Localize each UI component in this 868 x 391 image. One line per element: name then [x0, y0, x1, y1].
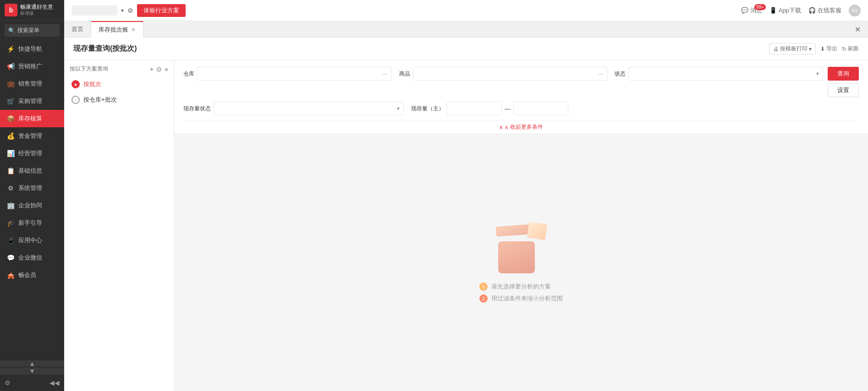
brand-logo: b: [5, 4, 17, 16]
empty-hints: 1 请先选择要分析的方案 2 用过滤条件来缩小分析范围: [479, 282, 563, 303]
empty-state: 1 请先选择要分析的方案 2 用过滤条件来缩小分析范围: [174, 134, 868, 391]
product-input[interactable]: [417, 71, 596, 77]
status-select[interactable]: ▾: [628, 67, 823, 81]
topbar-search-input[interactable]: [71, 5, 117, 16]
settings-button[interactable]: 设置: [828, 83, 859, 97]
product-label: 商品: [399, 70, 410, 78]
template-print-button[interactable]: 🖨 按模板打印 ▾: [769, 43, 816, 54]
sidebar-item-appcenter[interactable]: 📱 应用中心: [0, 232, 64, 249]
main-content: ▾ ⚙ 体验行业方案 💬 消息 99+ 📱 App下载 🎧 在线客服 Rit: [64, 0, 868, 391]
sidebar-item-inventory-label: 库存核算: [18, 114, 42, 123]
scheme-item-by-batch[interactable]: ● 按批次: [64, 76, 174, 92]
warehouse-input-container[interactable]: ···: [197, 67, 392, 81]
topbar: ▾ ⚙ 体验行业方案 💬 消息 99+ 📱 App下载 🎧 在线客服 Rit: [64, 0, 868, 21]
scheme-inactive-icon: ○: [71, 96, 80, 104]
status-input[interactable]: [632, 71, 816, 77]
scheme-collapse-button[interactable]: «: [165, 65, 168, 73]
inventory-icon: 📦: [6, 115, 15, 122]
collapse-label: 收起更多条件: [510, 123, 543, 131]
message-button[interactable]: 💬 消息 99+: [741, 6, 762, 15]
sidebar-item-wechat-label: 企业微信: [18, 254, 42, 262]
tab-inventory-batch-label: 库存批次账: [99, 26, 128, 34]
basic-icon: 📋: [6, 167, 15, 174]
sales-icon: 💼: [6, 80, 15, 87]
search-menu-button[interactable]: 🔍 搜索菜单: [5, 24, 60, 37]
sidebar-item-marketing-label: 营销推广: [18, 62, 42, 71]
customer-service-button[interactable]: 🎧 在线客服: [808, 6, 841, 15]
sidebar-item-basic[interactable]: 📋 基础信息: [0, 162, 64, 179]
scheme-item-by-warehouse-batch[interactable]: ○ 按仓库+批次: [64, 92, 174, 108]
settings-icon-button[interactable]: ⚙: [5, 379, 11, 386]
sidebar-item-purchase[interactable]: 🛒 采购管理: [0, 92, 64, 110]
scheme-add-button[interactable]: +: [150, 65, 154, 73]
product-filter: 商品 ···: [399, 67, 608, 81]
sidebar-item-newguide[interactable]: 🎓 新手引导: [0, 214, 64, 232]
inventory-qty-max-input[interactable]: [513, 102, 568, 115]
inventory-qty-filter: 现存量（主） —: [411, 102, 632, 115]
page-actions: 🖨 按模板打印 ▾ ⬇ 导出 ↻ 刷新: [769, 43, 859, 54]
sidebar-item-member[interactable]: 🎪 畅会员: [0, 266, 64, 284]
tab-close-global-button[interactable]: ✕: [855, 25, 861, 33]
sidebar-item-purchase-label: 采购管理: [18, 97, 42, 105]
inventory-status-select[interactable]: ▾: [214, 102, 404, 115]
hint-1-num: 1: [479, 282, 488, 291]
operations-icon: 📊: [6, 150, 15, 157]
sidebar-item-inventory[interactable]: 📦 库存核算: [0, 110, 64, 127]
brand-text: 畅康通好生意 标准版: [20, 4, 53, 16]
tab-list: 首页 库存批次账 ✕ ✕: [64, 21, 868, 38]
sidebar-item-enterprise[interactable]: 🏢 企业协同: [0, 197, 64, 214]
export-button[interactable]: ⬇ 导出: [820, 45, 837, 53]
product-more-icon[interactable]: ···: [598, 70, 604, 77]
sidebar-nav: ⚡ 快捷导航 📢 营销推广 💼 销售管理 🛒 采购管理 📦 库存核算 💰 资金管…: [0, 40, 64, 360]
topbar-dropdown-button[interactable]: ▾: [121, 7, 124, 14]
sidebar-item-quicknav[interactable]: ⚡ 快捷导航: [0, 40, 64, 58]
hint-1-text: 请先选择要分析的方案: [491, 282, 551, 291]
empty-illustration: [494, 223, 549, 273]
sidebar-item-system[interactable]: ⚙ 系统管理: [0, 179, 64, 197]
tab-close-button[interactable]: ✕: [131, 27, 136, 33]
topbar-left: ▾ ⚙ 体验行业方案: [71, 4, 736, 17]
inventory-qty-dash: —: [505, 105, 511, 112]
sidebar-item-operations[interactable]: 📊 经营管理: [0, 145, 64, 162]
query-button[interactable]: 查询: [828, 67, 859, 81]
topbar-right: 💬 消息 99+ 📱 App下载 🎧 在线客服 Rit: [741, 5, 861, 16]
refresh-button[interactable]: ↻ 刷新: [842, 45, 859, 53]
sidebar-item-finance[interactable]: 💰 资金管理: [0, 127, 64, 145]
inventory-status-filter: 现存量状态 ▾: [183, 102, 404, 115]
export-label: 导出: [826, 45, 837, 53]
tab-inventory-batch[interactable]: 库存批次账 ✕: [91, 21, 143, 38]
message-icon: 💬: [741, 7, 748, 14]
tab-home[interactable]: 首页: [64, 21, 91, 38]
refresh-label: 刷新: [848, 45, 859, 53]
inventory-qty-min-input[interactable]: [447, 102, 502, 115]
customer-service-label: 在线客服: [818, 6, 841, 15]
search-icon: 🔍: [8, 27, 15, 34]
sidebar-item-enterprise-label: 企业协同: [18, 201, 42, 210]
app-download-icon: 📱: [769, 7, 777, 14]
scheme-active-icon: ●: [71, 80, 80, 88]
collapse-filters-button[interactable]: ∧ ∧ 收起更多条件: [499, 123, 543, 131]
warehouse-input[interactable]: [201, 71, 380, 77]
scroll-down-button[interactable]: ▼: [0, 368, 64, 374]
warehouse-label: 仓库: [183, 70, 194, 78]
appcenter-icon: 📱: [6, 237, 15, 244]
scheme-panel: 按以下方案查询 + ⊙ « ● 按批次 ○ 按仓库+批次: [64, 60, 174, 391]
sidebar-item-marketing[interactable]: 📢 营销推广: [0, 58, 64, 75]
topbar-gear-button[interactable]: ⚙: [127, 7, 133, 14]
status-filter: 状态 ▾: [615, 67, 823, 81]
warehouse-more-icon[interactable]: ···: [382, 70, 388, 77]
collapse-sidebar-button[interactable]: ◀◀: [49, 379, 60, 386]
user-avatar[interactable]: Rit: [849, 5, 861, 16]
sidebar-item-sales[interactable]: 💼 销售管理: [0, 75, 64, 92]
product-input-container[interactable]: ···: [413, 67, 608, 81]
scheme-settings-button[interactable]: ⊙: [156, 65, 162, 73]
sidebar-footer: ⚙ ◀◀: [0, 374, 64, 391]
sidebar-item-operations-label: 经营管理: [18, 149, 42, 157]
scroll-up-button[interactable]: ▲: [0, 360, 64, 367]
experience-button[interactable]: 体验行业方案: [137, 4, 186, 17]
marketing-icon: 📢: [6, 63, 15, 70]
app-download-button[interactable]: 📱 App下载: [769, 6, 801, 15]
sidebar-search-section: 🔍 搜索菜单: [0, 21, 64, 40]
sidebar-item-wechat[interactable]: 💬 企业微信: [0, 249, 64, 266]
action-buttons: 查询 设置: [828, 67, 859, 97]
